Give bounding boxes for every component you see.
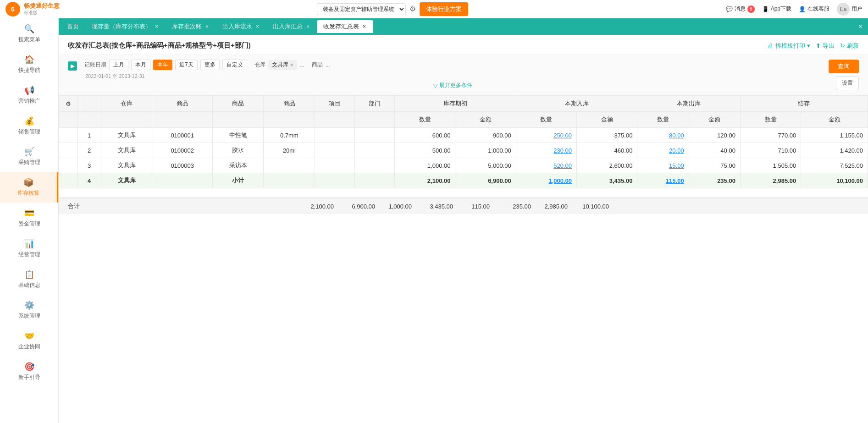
system-select[interactable]: 装备及固定资产辅助管理系统 [317,3,406,15]
tab-close-batch[interactable]: × [205,23,210,30]
th-goods-name: 商品 [213,96,264,112]
row1-out-qty[interactable]: 80.00 [637,128,689,143]
tab-summary[interactable]: 出入库汇总 × [266,20,317,33]
row3-project [315,158,355,173]
collapse-arrow-icon[interactable]: ▶ [68,61,77,71]
sidebar-item-search[interactable]: 🔍 搜索菜单 [0,18,58,49]
page-title: 收发存汇总表(按仓库+商品编码+商品+规格型号+项目+部门) [68,41,251,50]
row3-in-amount: 2,600.00 [577,158,637,173]
expand-more-btn[interactable]: ▽ 展开更多条件 [433,82,472,89]
try-btn[interactable]: 体验行业方案 [420,2,468,16]
th-goods-code: 商品 [152,96,213,112]
row2-goods-spec: 20ml [264,143,315,158]
goods-filter: 商品 ... [312,61,330,69]
tab-close-flow[interactable]: × [255,23,260,30]
row3-out-qty[interactable]: 15.00 [637,158,689,173]
row2-in-qty[interactable]: 230.00 [516,143,576,158]
warehouse-filter: 仓库 文具库 × ... [254,60,304,70]
tab-recv-send[interactable]: 收发存汇总表 × [317,20,373,33]
expand-row: ▽ 展开更多条件 [84,82,821,89]
date-btn-7days[interactable]: 近7天 [175,60,198,70]
sidebar-item-base-info[interactable]: 📋 基础信息 [0,264,58,295]
sidebar-item-operations[interactable]: 📊 经营管理 [0,233,58,264]
refresh-btn[interactable]: ↻ 刷新 [840,42,859,50]
total-in-amount: 3,435.00 [412,203,453,210]
row1-in-qty[interactable]: 250.00 [516,128,576,143]
sidebar-item-marketing[interactable]: 📢 营销推广 [0,80,58,110]
th-seq-sub [77,112,101,128]
row3-in-qty[interactable]: 520.00 [516,158,576,173]
table-row: 2 文具库 0100002 胶水 20ml 500.00 1,000.00 [59,143,868,158]
print-btn[interactable]: 🖨 拆模板打印 ▾ [768,42,810,50]
tab-close-recv-send[interactable]: × [362,23,367,30]
row4-in-qty[interactable]: 1,000.00 [516,173,576,188]
row2-warehouse: 文具库 [101,143,152,158]
total-out-qty: 115.00 [453,203,490,210]
row2-start-qty: 500.00 [395,143,455,158]
warehouse-tag-close-btn[interactable]: × [290,62,293,68]
total-values: 2,100.00 6,900.00 1,000.00 3,435.00 115.… [105,203,859,210]
row4-out-qty[interactable]: 115.00 [637,173,689,188]
th-period-in: 本期入库 [516,96,637,112]
th-in-amount: 金额 [577,112,637,128]
page-content: 收发存汇总表(按仓库+商品编码+商品+规格型号+项目+部门) 🖨 拆模板打印 ▾… [59,35,868,423]
sidebar-item-guide[interactable]: 🎯 新手引导 [0,356,58,387]
th-start-amount: 金额 [455,112,516,128]
export-btn[interactable]: ⬆ 导出 [816,42,835,50]
tab-batch[interactable]: 库存批次账 × [166,20,216,33]
search-icon: 🔍 [24,24,34,34]
service-icon: 👤 [799,6,806,12]
row4-bal-qty: 2,985.00 [740,173,801,188]
sidebar-item-quick-nav[interactable]: 🏠 快捷导航 [0,49,58,80]
sidebar-item-purchase[interactable]: 🛒 采购管理 [0,141,58,172]
th-bal-amount: 金额 [801,112,868,128]
tab-stock-dist[interactable]: 现存量（库存分布表） × [85,20,166,33]
app-name: 畅捷通好生意 [24,2,60,10]
home-icon: 🏠 [24,55,34,65]
tab-bar-close-btn[interactable]: × [855,22,866,31]
th-department-sub [355,112,395,128]
row2-project [315,143,355,158]
tab-home[interactable]: 首页 [61,20,85,33]
online-service-btn[interactable]: 👤 在线客服 [799,5,829,13]
date-btn-custom[interactable]: 自定义 [222,60,247,70]
tab-close-stock-dist[interactable]: × [154,23,159,30]
purchase-icon: 🛒 [24,147,34,157]
settings-gear-icon[interactable]: ⚙ [409,5,416,13]
warehouse-more-btn[interactable]: ... [300,62,304,68]
logo-icon: 6 [6,2,20,16]
row3-department [355,158,395,173]
messages-btn[interactable]: 💬 消息 6 [726,5,755,13]
content-area: 首页 现存量（库存分布表） × 库存批次账 × 出入库流水 × 出入库汇总 × [59,18,868,423]
date-btn-last-month[interactable]: 上月 [109,60,128,70]
sidebar-item-inventory[interactable]: 📦 库存核算 [0,172,58,203]
sidebar-item-system[interactable]: ⚙️ 系统管理 [0,295,58,325]
sidebar-item-finance[interactable]: 💳 资金管理 [0,203,58,233]
total-bal-qty: 2,985.00 [531,203,568,210]
date-btn-more[interactable]: 更多 [200,60,220,70]
settings-panel-btn[interactable]: 设置 [836,76,859,90]
row1-start-amount: 900.00 [455,128,516,143]
th-seq [77,96,101,112]
filter-section: ▶ 记账日期 上月 本月 本年 [59,55,868,95]
row1-department [355,128,395,143]
row3-bal-qty: 1,505.00 [740,158,801,173]
app-download-btn[interactable]: 📱 App下载 [762,5,791,13]
row4-goods-spec [264,173,315,188]
sidebar-item-sales[interactable]: 💰 销售管理 [0,110,58,141]
app-download-icon: 📱 [762,6,769,12]
th-goods-spec-sub [264,112,315,128]
tab-close-summary[interactable]: × [305,23,310,30]
query-btn[interactable]: 查询 [829,60,859,73]
date-btn-this-year[interactable]: 本年 [153,60,172,70]
date-btn-this-month[interactable]: 本月 [131,60,150,70]
filter-collapse-toggle: ▶ [68,60,77,71]
sidebar-item-enterprise[interactable]: 🤝 企业协同 [0,325,58,356]
table-subtotal-row: 4 文具库 小计 2,100.00 6,900.00 1,000.0 [59,173,868,188]
user-menu[interactable]: Ea 用户 [837,3,862,16]
operations-icon: 📊 [24,239,34,249]
tab-flow[interactable]: 出入库流水 × [216,20,266,33]
row1-goods-spec: 0.7mm [264,128,315,143]
row2-out-qty[interactable]: 20.00 [637,143,689,158]
goods-more-btn[interactable]: ... [326,62,330,68]
